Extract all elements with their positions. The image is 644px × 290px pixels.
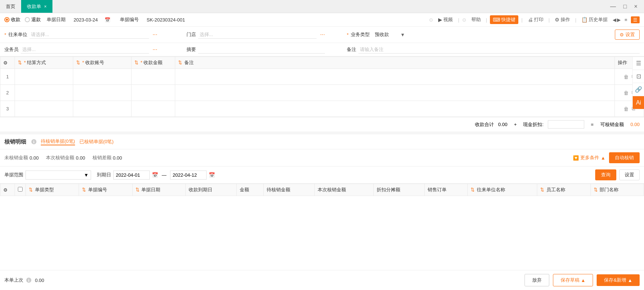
window-max-btn[interactable]: □ (621, 3, 629, 11)
abandon-btn[interactable]: 放弃 (525, 274, 549, 286)
help-btn[interactable]: 帮助 (469, 16, 483, 24)
row-1-amount[interactable] (131, 69, 175, 85)
staff-more-btn[interactable]: ··· (153, 46, 157, 53)
nav-next-icon[interactable]: ▶ (617, 17, 621, 23)
remark-label: 备注 (347, 46, 356, 53)
next-info-icon[interactable]: ℹ (26, 278, 31, 283)
col-amount: ⇅ * 收款金额 (131, 57, 175, 69)
row-3-account[interactable] (73, 101, 131, 117)
col-sort-icon[interactable]: ⇅ (540, 187, 544, 192)
window-min-btn[interactable]: — (608, 3, 618, 11)
history-btn[interactable]: 📋 历史单据 (579, 16, 610, 24)
setting-btn[interactable]: ⚙ 设置 (615, 30, 640, 40)
row-2-remark[interactable] (175, 85, 615, 101)
verify-section: 核销明细 ℹ 待核销单据(0笔) 已核销单据(0笔) 未核销金额 0.00 本次… (0, 134, 644, 290)
window-close-btn[interactable]: × (632, 3, 640, 11)
range-select[interactable]: ▼ (25, 171, 91, 180)
more-conditions-btn[interactable]: 🔽 更多条件 ▲ (573, 154, 605, 161)
shortcut-btn[interactable]: ⌨ 快捷键 (490, 15, 518, 24)
counterpart-input[interactable] (30, 31, 149, 39)
row-2-delete-btn[interactable]: 🗑 (624, 90, 629, 96)
verify-title: 核销明细 (4, 138, 26, 145)
video-icon: ▶ (438, 17, 442, 23)
auto-verify-btn[interactable]: 自动核销 (609, 152, 640, 163)
tab-home-label: 首页 (6, 3, 15, 10)
tab-home[interactable]: 首页 (0, 0, 21, 13)
main-table: ⚙ ⇅ * 结算方式 ⇅ * 收款账号 ⇅ * 收款 (0, 56, 644, 117)
filter-icon: 🔽 (573, 155, 579, 161)
bottom-col-gear[interactable]: ⚙ (0, 184, 15, 196)
col-gear[interactable]: ⚙ (0, 57, 15, 69)
radio-refund[interactable]: 退款 (25, 16, 41, 23)
right-icon-3[interactable]: 🔗 (633, 83, 644, 96)
cal-to-icon[interactable]: 📅 (209, 172, 215, 178)
video-btn[interactable]: ▶ 视频 (436, 16, 455, 24)
view-toggle-btn[interactable]: ☰ (631, 16, 640, 23)
diff-value: 0.00 (113, 155, 122, 161)
verify-info-icon[interactable]: ℹ (31, 139, 36, 144)
bottom-col-checkbox[interactable] (15, 184, 26, 196)
tab-done[interactable]: 已核销单据(0笔) (79, 138, 114, 145)
col-sort-icon[interactable]: ⇅ (178, 60, 182, 65)
summary-input[interactable] (198, 46, 325, 54)
col-sort-icon[interactable]: ⇅ (134, 60, 138, 65)
col-sort-icon[interactable]: ⇅ (76, 60, 80, 65)
row-1-delete-btn[interactable]: 🗑 (624, 74, 629, 80)
save-new-btn[interactable]: 保存&新增 ▲ (597, 274, 640, 286)
number-label: 单据编号 (120, 16, 139, 23)
layout-icon[interactable]: ≡ (624, 17, 627, 23)
gear-icon[interactable]: ⚙ (3, 187, 8, 193)
row-2-settlement[interactable] (15, 85, 73, 101)
row-3-remark[interactable] (175, 101, 615, 117)
date-from-input[interactable] (113, 171, 150, 180)
date-calendar-icon[interactable]: 📅 (105, 17, 110, 23)
row-1-account[interactable] (73, 69, 131, 85)
row-2-account[interactable] (73, 85, 131, 101)
gear-icon[interactable]: ⚙ (3, 60, 8, 66)
row-3-settlement[interactable] (15, 101, 73, 117)
date-to-input[interactable] (170, 171, 207, 180)
right-icon-2[interactable]: ⊡ (633, 70, 644, 83)
date-label: 单据日期 (47, 16, 66, 23)
col-sort-icon[interactable]: ⇅ (136, 187, 140, 192)
store-input[interactable] (198, 31, 317, 39)
tab-receipt[interactable]: 收款单 × (21, 0, 52, 13)
total-label: 收款合计 (475, 121, 494, 128)
print-btn[interactable]: 🖨 打印 (526, 16, 546, 24)
tab-close-icon[interactable]: × (44, 4, 47, 9)
biz-type-chevron[interactable]: ▼ (400, 32, 405, 38)
bottom-col-amount: 金额 (237, 184, 264, 196)
store-more-btn[interactable]: ··· (320, 31, 325, 38)
tab-pending[interactable]: 待核销单据(0笔) (41, 138, 75, 145)
range-chevron-icon: ▼ (84, 172, 89, 178)
bottom-col-pending: 待核销金额 (263, 184, 314, 196)
bottom-col-staff: ⇅ 员工名称 (537, 184, 590, 196)
chevron-up-icon: ▲ (601, 155, 605, 161)
row-1-settlement[interactable] (15, 69, 73, 85)
verify-setup-btn[interactable]: 设置 (619, 169, 640, 180)
bottom-col-dept: ⇅ 部门名称 (590, 184, 644, 196)
query-btn[interactable]: 查询 (595, 169, 616, 180)
col-sort-icon[interactable]: ⇅ (82, 187, 86, 192)
operation-btn[interactable]: ⚙ 操作 (553, 16, 572, 24)
col-sort-icon[interactable]: ⇅ (594, 187, 598, 192)
row-3-amount[interactable] (131, 101, 175, 117)
save-draft-btn[interactable]: 保存草稿 ▲ (553, 274, 593, 286)
staff-input[interactable] (21, 46, 149, 54)
cal-from-icon[interactable]: 📅 (152, 172, 158, 178)
row-2-amount[interactable] (131, 85, 175, 101)
radio-receipt[interactable]: 收款 (4, 16, 20, 23)
right-icon-4[interactable]: Ai (633, 96, 644, 109)
select-all-checkbox[interactable] (18, 187, 23, 192)
summary-label: 摘要 (186, 46, 196, 53)
discount-input[interactable] (548, 120, 584, 129)
row-1-remark[interactable] (175, 69, 615, 85)
nav-prev-icon[interactable]: ◀ (613, 17, 616, 23)
right-icon-1[interactable]: ☰ (633, 57, 644, 70)
col-sort-icon[interactable]: ⇅ (471, 187, 475, 192)
counterpart-more-btn[interactable]: ··· (153, 31, 157, 38)
remark-input[interactable] (358, 46, 640, 54)
col-sort-icon[interactable]: ⇅ (29, 187, 33, 192)
col-sort-icon[interactable]: ⇅ (18, 60, 22, 65)
row-3-delete-btn[interactable]: 🗑 (624, 106, 629, 112)
